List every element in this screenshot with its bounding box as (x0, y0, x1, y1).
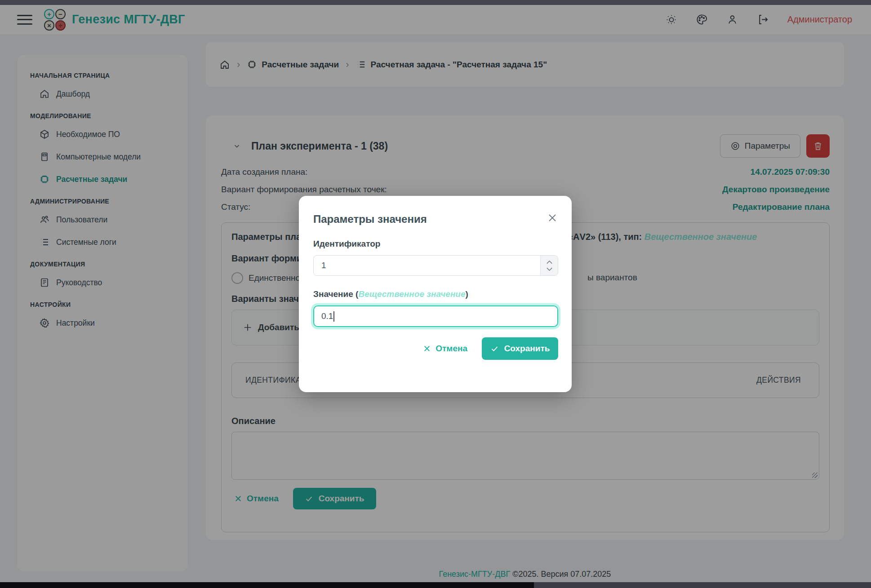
modal-cancel-button[interactable]: Отмена (420, 343, 470, 354)
value-label: Значение (Вещественное значение) (313, 289, 558, 299)
scrollbar-thumb[interactable] (0, 582, 534, 588)
close-icon[interactable] (547, 212, 558, 224)
modal-title: Параметры значения (313, 213, 427, 225)
app-window: + − × ÷ Генезис МГТУ-ДВГ Администратор Н… (0, 0, 871, 588)
text-cursor (333, 311, 334, 322)
value-input[interactable]: 0.1 (313, 305, 558, 327)
value-parameters-modal: Параметры значения Идентификатор Значени… (299, 196, 572, 392)
browser-top-strip (0, 0, 871, 5)
identifier-input[interactable] (313, 255, 558, 276)
spinner-down-icon[interactable] (546, 266, 553, 272)
modal-save-button[interactable]: Сохранить (482, 337, 558, 360)
x-icon (423, 345, 431, 353)
spinner-up-icon[interactable] (546, 259, 553, 265)
horizontal-scrollbar[interactable] (0, 582, 871, 588)
number-spinner (540, 256, 558, 275)
identifier-label: Идентификатор (313, 239, 558, 249)
value-type: Вещественное значение (358, 289, 465, 299)
check-icon (490, 345, 499, 353)
